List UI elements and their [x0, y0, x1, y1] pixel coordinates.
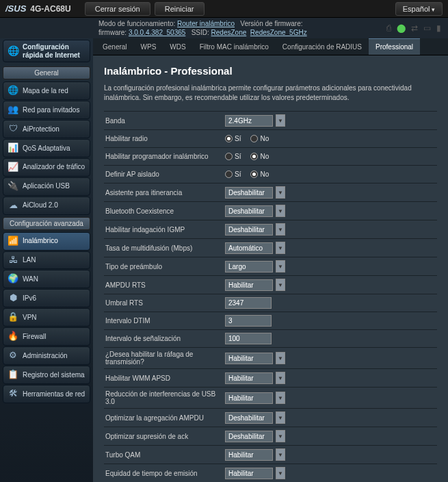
- sidebar-item-general-4[interactable]: 📈Analizador de tráfico: [3, 158, 90, 177]
- select-value[interactable]: Deshabilitar: [225, 412, 273, 424]
- sidebar-item-advanced-7[interactable]: 📋Registro del sistema: [3, 366, 90, 384]
- sidebar-item-advanced-4[interactable]: 🔒VPN: [3, 308, 90, 327]
- dropdown-arrow-icon[interactable]: ▼: [276, 242, 285, 254]
- dropdown-arrow-icon[interactable]: ▼: [276, 260, 285, 272]
- ssid1-link[interactable]: RedesZone: [211, 29, 247, 36]
- fw-label: Versión de firmware:: [240, 20, 302, 27]
- radio-icon: [225, 170, 233, 178]
- dropdown-arrow-icon[interactable]: ▼: [276, 448, 285, 461]
- sidebar-item-general-1[interactable]: 👥Red para invitados: [3, 101, 90, 119]
- link-icon[interactable]: ⇄: [411, 23, 418, 33]
- radio-no[interactable]: No: [250, 170, 269, 178]
- sim-icon[interactable]: ▭: [423, 23, 431, 33]
- form-row-17: Optimizar supresión de ackDeshabilitar▼: [104, 427, 437, 445]
- field-label: Intervalo DTIM: [105, 317, 225, 325]
- dropdown-arrow-icon[interactable]: ▼: [276, 411, 285, 424]
- language-selector[interactable]: Español: [395, 2, 443, 16]
- select-value[interactable]: Habilitar: [225, 449, 273, 461]
- field-control: SíNo: [225, 170, 436, 178]
- tab-5[interactable]: Professional: [369, 38, 420, 55]
- form-row-14: Habilitar WMM APSDHabilitar▼: [104, 368, 437, 387]
- reboot-button[interactable]: Reiniciar: [155, 2, 205, 16]
- logout-button[interactable]: Cerrar sesión: [85, 2, 150, 16]
- dropdown-arrow-icon[interactable]: ▼: [276, 392, 285, 404]
- page-title: Inalámbrico - Professional: [104, 65, 437, 77]
- usb-icon[interactable]: ⎙: [386, 23, 391, 33]
- radio-no[interactable]: No: [250, 153, 269, 160]
- page-description: La configuración profesional inalámbrica…: [104, 84, 437, 103]
- text-input[interactable]: [225, 297, 272, 309]
- sidebar-item-general-6[interactable]: ☁AiCloud 2.0: [3, 196, 90, 215]
- mode-link[interactable]: Router inalámbrico: [177, 20, 235, 27]
- field-label: Equidad de tiempo de emisión: [105, 470, 225, 477]
- ssid-label: SSID:: [192, 29, 209, 36]
- nav-label: WAN: [23, 275, 38, 283]
- dropdown-arrow-icon[interactable]: ▼: [276, 467, 285, 479]
- select-value[interactable]: Deshabilitar: [225, 431, 273, 442]
- sidebar-item-general-2[interactable]: 🛡AiProtection: [3, 120, 90, 138]
- form-row-10: Umbral RTS: [104, 294, 437, 312]
- select-value[interactable]: Automático: [225, 242, 273, 254]
- sidebar-item-general-0[interactable]: 🌐Mapa de la red: [3, 81, 90, 100]
- select-value[interactable]: Habilitar: [225, 372, 273, 384]
- dropdown-arrow-icon[interactable]: ▼: [276, 186, 285, 199]
- firmware-link[interactable]: 3.0.0.4.382_50365: [129, 29, 185, 36]
- select-value[interactable]: Habilitar: [225, 353, 273, 364]
- select-value[interactable]: Habilitar: [225, 468, 273, 479]
- internet-icon[interactable]: ⬤: [397, 23, 406, 33]
- radio-yes[interactable]: Sí: [225, 153, 241, 160]
- field-label: Definir AP aislado: [105, 170, 225, 178]
- radio-yes[interactable]: Sí: [225, 135, 241, 142]
- form-row-6: Habilitar indagación IGMPDeshabilitar▼: [104, 220, 437, 238]
- field-control: [225, 333, 436, 344]
- sidebar-item-general-5[interactable]: 🔌Aplicación USB: [3, 177, 90, 196]
- nav-icon: 🌐: [8, 86, 18, 96]
- text-input[interactable]: [225, 333, 272, 344]
- form-row-18: Turbo QAMHabilitar▼: [104, 445, 437, 464]
- sidebar-item-advanced-3[interactable]: ⬢IPv6: [3, 289, 90, 307]
- form-row-7: Tasa de multidifusión (Mbps)Automático▼: [104, 238, 437, 257]
- sidebar-item-advanced-2[interactable]: 🌍WAN: [3, 270, 90, 288]
- main-panel: GeneralWPSWDSFiltro MAC inalámbricoConfi…: [93, 38, 448, 482]
- sidebar-item-advanced-5[interactable]: 🔥Firewall: [3, 327, 90, 346]
- field-control: Habilitar▼: [225, 467, 436, 479]
- form-row-2: Habilitar programador inalámbricoSíNo: [104, 147, 437, 165]
- tab-3[interactable]: Filtro MAC inalámbrico: [193, 38, 276, 55]
- dropdown-arrow-icon[interactable]: ▼: [276, 372, 285, 384]
- dropdown-arrow-icon[interactable]: ▼: [276, 205, 285, 217]
- signal-icon[interactable]: ▮: [436, 23, 441, 33]
- nav-label: QoS Adaptativa: [23, 144, 70, 153]
- select-value[interactable]: Deshabilitar: [225, 187, 273, 199]
- radio-no[interactable]: No: [250, 135, 269, 142]
- header-bar: /SUS 4G-AC68U Cerrar sesión Reiniciar Es…: [0, 0, 448, 18]
- dropdown-arrow-icon[interactable]: ▼: [276, 352, 285, 364]
- select-value[interactable]: Habilitar: [225, 392, 273, 404]
- mode-label: Modo de funcionamiento:: [98, 20, 175, 27]
- field-label: Umbral RTS: [105, 299, 225, 307]
- dropdown-arrow-icon[interactable]: ▼: [276, 223, 285, 236]
- nav-icon: 📈: [8, 162, 18, 173]
- field-control: [225, 315, 436, 327]
- sidebar-item-general-3[interactable]: 📊QoS Adaptativa: [3, 139, 90, 157]
- text-input[interactable]: [225, 315, 272, 327]
- sidebar-item-advanced-8[interactable]: 🛠Herramientas de red: [3, 385, 90, 403]
- select-value[interactable]: Deshabilitar: [225, 224, 273, 236]
- ssid2-link[interactable]: RedesZone_5GHz: [250, 29, 307, 36]
- select-value[interactable]: 2.4GHz: [225, 115, 273, 127]
- select-value[interactable]: Largo: [225, 261, 273, 272]
- dropdown-arrow-icon[interactable]: ▼: [276, 114, 285, 127]
- tab-0[interactable]: General: [96, 38, 134, 55]
- sidebar-item-advanced-6[interactable]: ⚙Administración: [3, 346, 90, 365]
- dropdown-arrow-icon[interactable]: ▼: [276, 430, 285, 442]
- select-value[interactable]: Habilitar: [225, 279, 273, 291]
- sidebar-item-advanced-1[interactable]: 🖧LAN: [3, 251, 90, 270]
- tab-1[interactable]: WPS: [134, 38, 163, 55]
- quick-setup-button[interactable]: 🌐 Configuración rápida de Internet: [3, 40, 90, 62]
- tab-4[interactable]: Configuración de RADIUS: [276, 38, 369, 55]
- tab-2[interactable]: WDS: [163, 38, 192, 55]
- dropdown-arrow-icon[interactable]: ▼: [276, 279, 285, 291]
- radio-yes[interactable]: Sí: [225, 170, 241, 178]
- select-value[interactable]: Deshabilitar: [225, 205, 273, 217]
- nav-icon: 🛠: [8, 389, 18, 399]
- sidebar-item-advanced-0[interactable]: 📶Inalámbrico: [3, 232, 90, 251]
